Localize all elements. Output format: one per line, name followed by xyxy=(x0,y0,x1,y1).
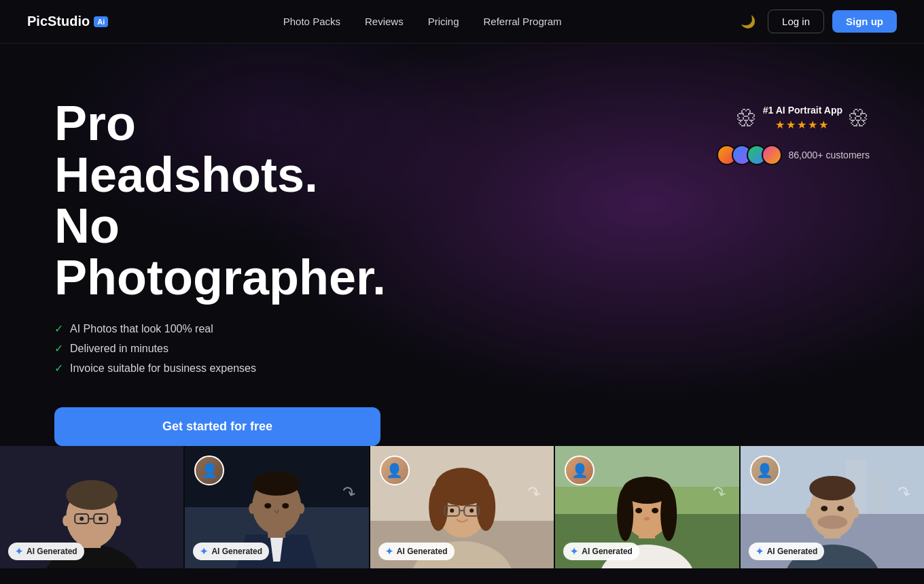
svg-point-59 xyxy=(806,507,813,518)
ai-badge-text-2: AI Generated xyxy=(211,547,262,556)
laurel-left-icon: 🏵 xyxy=(736,105,758,131)
svg-point-60 xyxy=(852,507,859,518)
logo-text: PicStudio xyxy=(27,14,90,29)
svg-point-34 xyxy=(450,509,454,513)
navbar: PicStudio Ai Photo Packs Reviews Pricing… xyxy=(0,0,924,44)
ai-badge-3: ✦ AI Generated xyxy=(378,543,455,560)
sparkle-icon-2: ✦ xyxy=(200,546,208,557)
svg-point-11 xyxy=(114,515,121,526)
login-button[interactable]: Log in xyxy=(768,10,824,33)
check-icon-1: ✓ xyxy=(54,322,63,335)
sparkle-icon-5: ✦ xyxy=(756,546,764,557)
hero-right: 🏵 #1 AI Portrait App ★★★★★ 🏵 86,000+ cus… xyxy=(598,98,870,446)
svg-point-20 xyxy=(283,503,289,509)
svg-rect-51 xyxy=(873,473,887,514)
theme-toggle-button[interactable]: 🌙 xyxy=(736,10,760,33)
feature-3-text: Invoice suitable for business expenses xyxy=(70,362,256,375)
customer-avatars xyxy=(717,145,782,165)
nav-actions: 🌙 Log in Sign up xyxy=(736,10,897,33)
logo-badge: Ai xyxy=(94,16,108,27)
signup-button[interactable]: Sign up xyxy=(832,10,897,33)
svg-point-19 xyxy=(265,503,272,509)
svg-point-45 xyxy=(635,508,642,513)
ai-badge-text-5: AI Generated xyxy=(767,547,818,556)
image-card-4: 👤 ↷ ✦ AI Generated xyxy=(554,446,739,568)
sparkle-icon-4: ✦ xyxy=(570,546,578,557)
logo[interactable]: PicStudio Ai xyxy=(27,14,108,29)
nav-link-referral[interactable]: Referral Program xyxy=(484,16,562,27)
image-card-1: ✦ AI Generated xyxy=(0,446,183,568)
svg-point-46 xyxy=(652,508,658,513)
svg-point-4 xyxy=(66,480,118,510)
source-avatar-3: 👤 xyxy=(380,456,410,485)
trusted-section: Trusted by employees at companies large … xyxy=(0,568,924,584)
sparkle-icon-3: ✦ xyxy=(385,546,393,557)
svg-point-57 xyxy=(821,506,828,511)
avatar-4 xyxy=(762,145,782,165)
image-card-5: 👤 ↷ ✦ AI Generated xyxy=(739,446,924,568)
svg-point-8 xyxy=(79,517,84,521)
check-icon-2: ✓ xyxy=(54,342,63,355)
svg-point-55 xyxy=(809,476,855,500)
hero-left: Pro Headshots. No Photographer. ✓ AI Pho… xyxy=(54,98,598,446)
award-stars: ★★★★★ xyxy=(763,118,842,131)
ai-badge-text-3: AI Generated xyxy=(397,547,448,556)
svg-point-43 xyxy=(617,487,633,541)
nav-link-reviews[interactable]: Reviews xyxy=(365,16,404,27)
image-card-2: 👤 ↷ ✦ AI Generated xyxy=(183,446,368,568)
feature-2-text: Delivered in minutes xyxy=(70,343,168,355)
svg-point-10 xyxy=(63,515,69,526)
svg-point-22 xyxy=(298,503,305,514)
hero-features: ✓ AI Photos that look 100% real ✓ Delive… xyxy=(54,322,598,375)
sparkle-icon-1: ✦ xyxy=(15,546,23,557)
nav-link-pricing[interactable]: Pricing xyxy=(428,16,459,27)
svg-point-58 xyxy=(837,506,844,511)
customers-block: 86,000+ customers xyxy=(717,145,870,165)
ai-badge-5: ✦ AI Generated xyxy=(749,543,825,560)
hero-title: Pro Headshots. No Photographer. xyxy=(54,98,598,303)
hero-title-line3: No xyxy=(54,199,120,253)
hero-title-line4: Photographer. xyxy=(54,250,386,305)
award-title: #1 AI Portrait App xyxy=(763,105,842,116)
feature-2: ✓ Delivered in minutes xyxy=(54,342,598,355)
svg-point-18 xyxy=(253,471,302,496)
ai-badge-2: ✦ AI Generated xyxy=(193,543,269,560)
ai-badge-4: ✦ AI Generated xyxy=(563,543,639,560)
image-strip: ✦ AI Generated xyxy=(0,446,924,568)
hero-title-line2: Headshots. xyxy=(54,148,318,202)
svg-point-35 xyxy=(469,509,474,513)
source-avatar-5: 👤 xyxy=(750,456,780,485)
cta-button[interactable]: Get started for free xyxy=(54,407,380,446)
customers-count: 86,000+ customers xyxy=(789,150,870,160)
cta-wrap: Get started for free xyxy=(54,407,598,446)
nav-links: Photo Packs Reviews Pricing Referral Pro… xyxy=(283,16,562,27)
image-strip-inner: ✦ AI Generated xyxy=(0,446,924,568)
check-icon-3: ✓ xyxy=(54,362,63,375)
ai-badge-1: ✦ AI Generated xyxy=(8,543,84,560)
image-card-3: 👤 ↷ ✦ AI Generated xyxy=(369,446,554,568)
svg-point-56 xyxy=(817,515,847,529)
svg-point-44 xyxy=(660,487,677,541)
svg-point-21 xyxy=(249,503,256,514)
nav-link-photo-packs[interactable]: Photo Packs xyxy=(283,16,340,27)
svg-point-9 xyxy=(99,517,103,521)
svg-point-47 xyxy=(644,517,650,521)
hero-section: Pro Headshots. No Photographer. ✓ AI Pho… xyxy=(0,44,924,446)
award-badge: 🏵 #1 AI Portrait App ★★★★★ 🏵 xyxy=(736,105,870,131)
ai-badge-text-1: AI Generated xyxy=(26,547,77,556)
feature-1: ✓ AI Photos that look 100% real xyxy=(54,322,598,335)
hero-title-line1: Pro xyxy=(54,96,136,150)
feature-1-text: AI Photos that look 100% real xyxy=(70,323,213,335)
feature-3: ✓ Invoice suitable for business expenses xyxy=(54,362,598,375)
ai-badge-text-4: AI Generated xyxy=(582,547,633,556)
laurel-right-icon: 🏵 xyxy=(848,105,870,131)
